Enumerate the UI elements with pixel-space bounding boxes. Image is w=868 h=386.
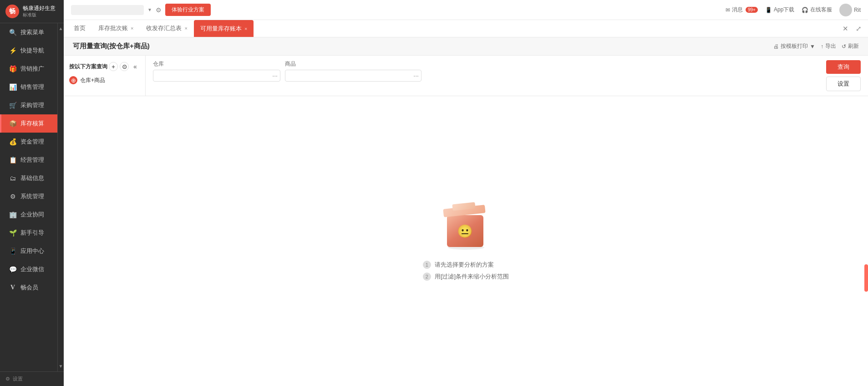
query-button[interactable]: 查询 — [826, 60, 861, 74]
clipboard-icon: 📋 — [9, 156, 17, 164]
gift-icon: 🎁 — [9, 65, 17, 72]
phone-icon: 📱 — [9, 247, 17, 255]
sidebar-nav: 🔍 搜索菜单 ⚡ 快捷导航 🎁 营销推广 📊 销售管理 🛒 采购管理 📦 — [0, 23, 57, 371]
lightning-icon: ⚡ — [9, 47, 17, 54]
goods-more-icon[interactable]: ··· — [413, 72, 419, 79]
online-service-item[interactable]: 🎧 在线客服 — [802, 6, 832, 14]
hint-item-1: 1 请先选择要分析的方案 — [423, 261, 509, 269]
user-profile[interactable]: Rit — [839, 4, 861, 16]
search-icon: 🔍 — [9, 29, 17, 36]
cart-icon: 🛒 — [9, 102, 17, 109]
sidebar-item-finance[interactable]: 💰 资金管理 — [0, 133, 57, 151]
app-download-item[interactable]: 📱 App下载 — [765, 6, 794, 14]
tab-batch-ledger[interactable]: 库存批次账 × — [92, 20, 140, 37]
sidebar-item-inventory[interactable]: 📦 库存核算 — [0, 114, 57, 133]
scheme-item-warehouse-goods[interactable]: ⊕ 仓库+商品 — [64, 73, 145, 87]
right-scrollbar[interactable] — [864, 264, 868, 292]
sidebar-header: 畅 畅康通好生意 标准版 — [0, 0, 64, 23]
hint-num-2: 2 — [423, 273, 431, 281]
sidebar-scroll-up[interactable]: ▲ — [58, 23, 64, 34]
print-dropdown-icon[interactable]: ▼ — [810, 43, 815, 50]
sidebar-item-shortcut[interactable]: ⚡ 快捷导航 — [0, 41, 57, 60]
sidebar-brand: 畅康通好生意 标准版 — [23, 5, 56, 18]
scheme-setting-button[interactable]: ⊙ — [120, 62, 129, 71]
box-icon: 📦 — [9, 120, 17, 127]
chart-icon: 📊 — [9, 83, 17, 91]
print-icon: 🖨 — [773, 43, 779, 50]
sidebar: 畅 畅康通好生意 标准版 🔍 搜索菜单 ⚡ 快捷导航 🎁 营销推广 📊 销售管理 — [0, 0, 64, 386]
topbar-right: ✉ 消息 99+ 📱 App下载 🎧 在线客服 Rit — [726, 4, 861, 16]
scheme-collapse-button[interactable]: « — [131, 62, 140, 71]
sidebar-item-sales[interactable]: 📊 销售管理 — [0, 78, 57, 96]
goods-input-wrapper: ··· — [285, 70, 421, 82]
hint-num-1: 1 — [423, 261, 431, 269]
refresh-button[interactable]: ↺ 刷新 — [842, 42, 859, 50]
tab-close-icon[interactable]: × — [131, 26, 133, 31]
export-button[interactable]: ↑ 导出 — [821, 42, 836, 50]
tab-available-qty[interactable]: 可用量库存账本 × — [194, 20, 254, 37]
sidebar-item-enterprise[interactable]: 🏢 企业协同 — [0, 206, 57, 224]
export-icon: ↑ — [821, 43, 823, 50]
sidebar-item-wechat[interactable]: 💬 企业微信 — [0, 260, 57, 278]
message-item[interactable]: ✉ 消息 99+ — [726, 6, 758, 14]
sidebar-item-marketing[interactable]: 🎁 营销推广 — [0, 60, 57, 78]
print-template-button[interactable]: 🖨 按模板打印 ▼ — [773, 42, 815, 50]
setting-button[interactable]: 设置 — [826, 77, 861, 91]
dropdown-arrow-icon[interactable]: ▼ — [147, 7, 152, 12]
tab-home[interactable]: 首页 — [67, 20, 92, 37]
scheme-item-icon: ⊕ — [69, 76, 77, 84]
warehouse-label: 仓库 — [153, 60, 280, 68]
tab-receipts-summary[interactable]: 收发存汇总表 × — [140, 20, 193, 37]
avatar — [839, 4, 852, 16]
empty-illustration: 😐 — [439, 201, 493, 252]
goods-label: 商品 — [285, 60, 421, 68]
sidebar-item-system[interactable]: ⚙ 系统管理 — [0, 187, 57, 206]
sidebar-item-basic-info[interactable]: 🗂 基础信息 — [0, 169, 57, 187]
folder-icon: 🗂 — [9, 175, 17, 182]
page-title: 可用量查询(按仓库+商品) — [73, 42, 150, 51]
industry-solution-button[interactable]: 体验行业方案 — [165, 4, 211, 16]
sidebar-logo: 畅 — [5, 5, 19, 18]
wechat-icon: 💬 — [9, 266, 17, 273]
sidebar-scroll-down[interactable]: ▼ — [58, 361, 64, 371]
warehouse-more-icon[interactable]: ··· — [272, 72, 278, 79]
empty-state: 😐 1 请先选择要分析的方案 2 用[过滤]条件来缩小分析范围 — [64, 96, 868, 386]
sidebar-item-newbie[interactable]: 🌱 新手引导 — [0, 224, 57, 242]
query-panel: 按以下方案查询 + ⊙ « ⊕ 仓库+商品 — [64, 56, 868, 96]
topbar-left: ▼ ⚙ 体验行业方案 — [71, 4, 211, 16]
warehouse-input-wrapper: ··· — [153, 70, 280, 82]
scheme-sidebar: 按以下方案查询 + ⊙ « ⊕ 仓库+商品 — [64, 56, 146, 96]
sidebar-item-purchase[interactable]: 🛒 采购管理 — [0, 96, 57, 114]
window-expand-button[interactable]: ⤢ — [853, 23, 864, 35]
scheme-icons: + ⊙ « — [109, 62, 140, 71]
settings-circle-icon: ⊙ — [122, 63, 127, 70]
sidebar-item-membership[interactable]: V 畅会员 — [0, 278, 57, 297]
window-close-button[interactable]: ✕ — [840, 23, 851, 35]
headset-icon: 🎧 — [802, 7, 808, 13]
sidebar-item-search[interactable]: 🔍 搜索菜单 — [0, 23, 57, 41]
sidebar-item-app-center[interactable]: 📱 应用中心 — [0, 242, 57, 260]
settings-icon: ⚙ — [5, 376, 10, 382]
empty-hints: 1 请先选择要分析的方案 2 用[过滤]条件来缩小分析范围 — [423, 261, 509, 281]
topbar-gear-icon[interactable]: ⚙ — [156, 6, 162, 14]
page-header: 可用量查询(按仓库+商品) 🖨 按模板打印 ▼ ↑ 导出 ↺ 刷新 — [64, 37, 868, 56]
page-actions: 🖨 按模板打印 ▼ ↑ 导出 ↺ 刷新 — [773, 42, 859, 50]
tabs-bar: 首页 库存批次账 × 收发存汇总表 × 可用量库存账本 × ✕ ⤢ — [64, 20, 868, 37]
money-icon: 💰 — [9, 138, 17, 145]
topbar-search-input[interactable] — [71, 5, 144, 15]
tabs-actions: ✕ ⤢ — [840, 23, 868, 35]
warehouse-filter-group: 仓库 ··· — [153, 60, 280, 82]
query-action-area: 查询 设置 — [819, 56, 868, 96]
sidebar-footer: ⚙ 设置 — [0, 371, 64, 386]
goods-input[interactable] — [285, 70, 421, 82]
message-icon: ✉ — [726, 7, 730, 13]
main-content: ▼ ⚙ 体验行业方案 ✉ 消息 99+ 📱 App下载 🎧 在线客服 Rit — [64, 0, 868, 386]
warehouse-input[interactable] — [153, 70, 280, 82]
tab-active-close-icon[interactable]: × — [244, 26, 247, 31]
sidebar-item-operations[interactable]: 📋 经营管理 — [0, 151, 57, 169]
refresh-icon: ↺ — [842, 43, 846, 50]
tab-close-icon[interactable]: × — [184, 26, 187, 31]
scheme-add-button[interactable]: + — [109, 62, 118, 71]
message-badge: 99+ — [746, 7, 758, 13]
goods-filter-group: 商品 ··· — [285, 60, 421, 82]
